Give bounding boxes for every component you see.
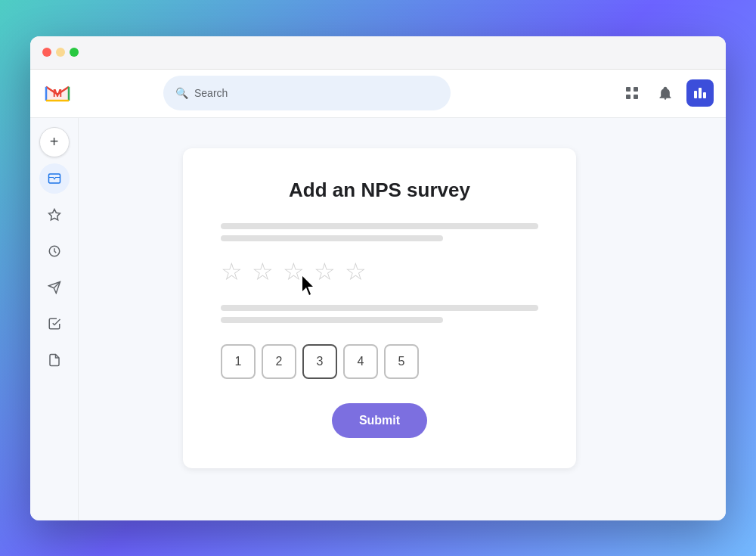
bell-icon[interactable] (653, 81, 677, 105)
main-area: + (30, 118, 726, 520)
number-2[interactable]: 2 (262, 344, 296, 379)
search-icon: 🔍 (175, 87, 188, 99)
number-5[interactable]: 5 (384, 344, 419, 379)
submit-button[interactable]: Submit (332, 403, 427, 438)
star-3[interactable]: ☆ (283, 259, 305, 284)
star-2[interactable]: ☆ (252, 259, 274, 284)
grid-icon[interactable] (620, 81, 644, 105)
minimize-button[interactable] (56, 48, 65, 57)
svg-rect-8 (634, 95, 638, 99)
sidebar-item-inbox[interactable] (39, 163, 70, 194)
gmail-logo: M (42, 78, 73, 108)
number-1[interactable]: 1 (221, 344, 256, 379)
number-4[interactable]: 4 (343, 344, 378, 379)
sidebar-item-drafts[interactable] (39, 309, 70, 339)
sidebar-item-more[interactable] (39, 345, 70, 375)
app-avatar[interactable] (686, 79, 714, 107)
right-column (680, 118, 726, 520)
header-icons (620, 79, 714, 107)
star-1[interactable]: ☆ (221, 259, 243, 284)
star-5[interactable]: ☆ (345, 259, 367, 284)
sidebar-item-snoozed[interactable] (39, 236, 70, 266)
survey-placeholder-lines-1 (221, 223, 538, 241)
placeholder-line-4 (221, 317, 443, 323)
svg-rect-5 (626, 87, 631, 92)
placeholder-line-3 (221, 305, 538, 311)
sidebar-item-starred[interactable] (39, 200, 70, 230)
sidebar: + (30, 118, 79, 520)
app-icon-bars (694, 88, 706, 98)
star-4[interactable]: ☆ (314, 259, 336, 284)
title-bar (30, 36, 726, 70)
maximize-button[interactable] (70, 48, 79, 57)
sidebar-item-sent[interactable] (39, 272, 70, 303)
search-label: Search (194, 87, 228, 99)
search-bar[interactable]: 🔍 Search (163, 76, 451, 110)
traffic-lights (42, 48, 79, 57)
svg-marker-11 (48, 209, 60, 219)
gmail-header: M 🔍 Search (30, 70, 726, 118)
placeholder-line-2 (221, 235, 443, 241)
survey-placeholder-lines-2 (221, 305, 538, 323)
placeholder-line-1 (221, 223, 538, 229)
browser-window: M 🔍 Search (30, 36, 726, 520)
svg-rect-7 (626, 95, 631, 99)
svg-point-9 (665, 98, 667, 100)
close-button[interactable] (42, 48, 51, 57)
content-area: Add an NPS survey ☆ ☆ ☆ ☆ ☆ (79, 118, 680, 520)
survey-card: Add an NPS survey ☆ ☆ ☆ ☆ ☆ (183, 148, 576, 468)
number-row: 1 2 3 4 5 (221, 344, 538, 379)
number-3[interactable]: 3 (302, 344, 337, 379)
compose-button[interactable]: + (39, 127, 70, 157)
stars-row[interactable]: ☆ ☆ ☆ ☆ ☆ (221, 259, 538, 284)
svg-rect-6 (634, 87, 638, 92)
svg-text:M: M (53, 86, 63, 99)
survey-title: Add an NPS survey (221, 179, 538, 202)
